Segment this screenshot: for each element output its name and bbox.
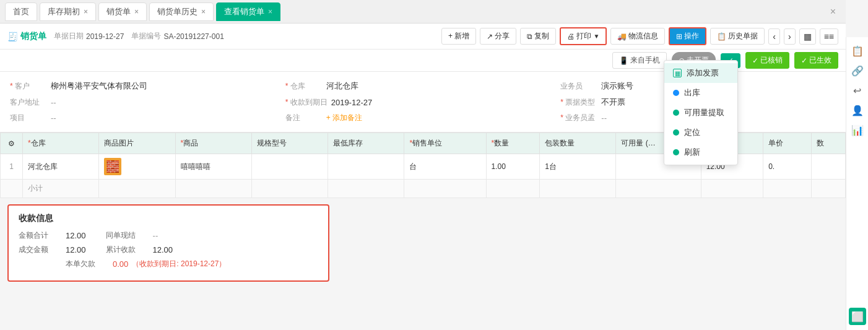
row-product-img: 🧱	[99, 154, 175, 180]
cumulative-label: 累计收款	[106, 245, 149, 255]
operate-button[interactable]: ⊞ 操作	[669, 27, 706, 45]
warehouse-value: 河北仓库	[326, 80, 358, 92]
payment-row-3: 本单欠款 0.00 （收款到期日: 2019-12-27）	[19, 259, 318, 269]
row-quantity: 1.00	[486, 154, 540, 180]
refresh-icon	[673, 149, 679, 155]
bill-type-value: 不开票	[601, 97, 625, 108]
staff-label: 业务员	[560, 81, 597, 92]
dropdown-add-invoice[interactable]: ▦ 添加发票	[664, 63, 737, 83]
sidebar-icon-doc[interactable]: 📋	[849, 42, 866, 59]
payment-date-label: 收款到期日	[285, 97, 328, 108]
copy-icon: ⧉	[527, 32, 532, 41]
share-button[interactable]: ↗ 分享	[480, 28, 516, 45]
list-view-button[interactable]: ≡≡	[820, 28, 838, 45]
address-label: 客户地址	[10, 97, 47, 108]
doc-date-field: 单据日期 2019-12-27	[54, 31, 124, 41]
row-warehouse: 河北仓库	[23, 154, 99, 180]
available-qty-icon	[673, 110, 679, 116]
col-more: 数	[811, 133, 845, 154]
due-label: 本单欠款	[66, 259, 109, 269]
doc-number-label: 单据编号	[131, 31, 161, 41]
transaction-item: 成交金额 12.00	[19, 245, 86, 255]
row-pack-qty: 1台	[540, 154, 616, 180]
tab-sales-order[interactable]: 销货单 ×	[98, 2, 147, 21]
same-order-label: 同单现结	[106, 230, 149, 241]
add-remark-button[interactable]: 添加备注	[326, 113, 362, 123]
due-item: 本单欠款 0.00 （收款到期日: 2019-12-27）	[66, 259, 226, 269]
add-invoice-icon: ▦	[673, 69, 682, 77]
copy-button[interactable]: ⧉ 复制	[520, 28, 556, 45]
operate-dropdown: ▦ 添加发票 出库 可用量提取 定位 刷新	[664, 60, 738, 165]
row-unit-price: 0.	[763, 154, 812, 180]
dropdown-available-qty[interactable]: 可用量提取	[664, 103, 737, 123]
remark-label: 备注	[285, 113, 323, 123]
tab-close-history[interactable]: ×	[201, 7, 206, 16]
address-value: --	[51, 98, 56, 107]
subtotal-row: 小计	[1, 180, 846, 198]
row-product: 嘻嘻嘻嘻	[175, 154, 251, 180]
dropdown-outbound[interactable]: 出库	[664, 83, 737, 103]
total-value: 12.00	[66, 231, 86, 240]
tab-inventory-start[interactable]: 库存期初 ×	[40, 2, 96, 21]
project-value: --	[51, 113, 56, 123]
sidebar-icon-chart[interactable]: 📊	[849, 121, 866, 139]
cumulative-value: 12.00	[153, 245, 173, 254]
dropdown-locate[interactable]: 定位	[664, 123, 737, 142]
tab-home[interactable]: 首页	[5, 2, 37, 21]
row-sales-unit: 台	[404, 154, 486, 180]
tab-close-sales[interactable]: ×	[134, 7, 139, 16]
col-product: *商品	[175, 133, 251, 154]
cumulative-item: 累计收款 12.00	[106, 245, 173, 255]
warehouse-group: 仓库 河北仓库	[285, 80, 561, 92]
grid-view-button[interactable]: ▦	[799, 28, 816, 45]
doc-title: 🧾 销货单	[7, 31, 46, 42]
total-item: 金额合计 12.00	[19, 230, 86, 241]
remark-group: 备注 添加备注	[285, 113, 561, 123]
payment-row-1: 金额合计 12.00 同单现结 --	[19, 230, 318, 241]
col-quantity: *数量	[486, 133, 540, 154]
cancel-btn[interactable]: ✓ 已核销	[745, 52, 789, 69]
print-button[interactable]: 🖨 打印 ▼	[560, 27, 607, 45]
history-icon: 📋	[717, 32, 726, 41]
customer-value: 柳州粤港平安气体有限公司	[51, 80, 147, 92]
project-label: 项目	[10, 113, 47, 123]
project-group: 项目 --	[10, 113, 285, 123]
outbound-icon	[673, 90, 679, 96]
toolbar-actions: + 新增 ↗ 分享 ⧉ 复制 🖨 打印 ▼ 🚚 物流信息 ⊞ 操作	[441, 27, 838, 45]
col-product-img: 商品图片	[99, 133, 175, 154]
nav-next-button[interactable]: ›	[784, 28, 796, 45]
logistics-button[interactable]: 🚚 物流信息	[610, 28, 665, 45]
row-num: 1	[1, 154, 23, 180]
row-more	[811, 154, 845, 180]
bill-type-label: 票据类型	[560, 97, 597, 108]
product-image: 🧱	[104, 158, 121, 175]
sidebar-icon-link[interactable]: 🔗	[849, 62, 866, 79]
customer-label: 客户	[10, 81, 47, 92]
effect-button[interactable]: ✓ 已生效	[794, 52, 838, 69]
window-close-button[interactable]: ×	[825, 4, 841, 20]
col-gear: ⚙	[1, 133, 23, 154]
tab-close-inventory[interactable]: ×	[84, 7, 88, 16]
tab-view-sales[interactable]: 查看销货单 ×	[216, 2, 280, 21]
tab-sales-history[interactable]: 销货单历史 ×	[149, 2, 214, 21]
dropdown-refresh[interactable]: 刷新	[664, 142, 737, 162]
share-icon: ↗	[487, 32, 493, 41]
history-button[interactable]: 📋 历史单据	[710, 28, 765, 45]
sidebar-icon-back[interactable]: ↩	[849, 82, 866, 99]
row-spec	[251, 154, 328, 180]
operate-icon: ⊞	[676, 32, 682, 41]
due-hint: （收款到期日: 2019-12-27）	[132, 259, 226, 269]
sidebar-icon-user[interactable]: 👤	[849, 102, 866, 119]
nav-prev-button[interactable]: ‹	[768, 28, 780, 45]
doc-info: 🧾 销货单 单据日期 2019-12-27 单据编号 SA-20191227-0…	[7, 31, 436, 42]
tab-close-view-sales[interactable]: ×	[268, 7, 272, 16]
customer-group: 客户 柳州粤港平安气体有限公司	[10, 80, 285, 92]
add-button[interactable]: + 新增	[441, 28, 476, 45]
transaction-label: 成交金额	[19, 245, 62, 255]
salesman-label: 业务员孟	[560, 113, 597, 123]
doc-date-value: 2019-12-27	[86, 32, 124, 41]
from-phone-button[interactable]: 📱 来自手机	[612, 52, 667, 69]
doc-date-label: 单据日期	[54, 31, 84, 41]
toolbar: 🧾 销货单 单据日期 2019-12-27 单据编号 SA-20191227-0…	[0, 24, 846, 50]
cancel-icon: ✓	[752, 56, 758, 65]
